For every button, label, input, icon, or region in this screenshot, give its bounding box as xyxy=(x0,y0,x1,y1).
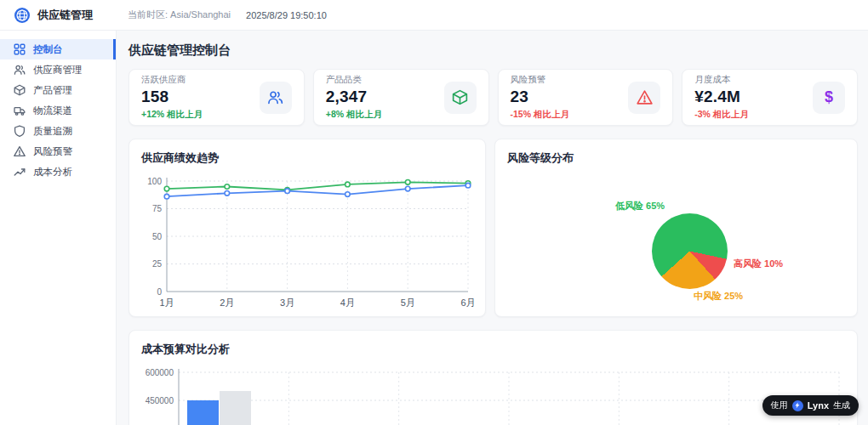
badge-prefix: 使用 xyxy=(771,400,788,411)
sidebar-item-label: 物流渠道 xyxy=(33,105,72,117)
stat-label: 产品品类 xyxy=(326,74,382,86)
sidebar-item-cost[interactable]: 成本分析 xyxy=(0,162,116,182)
svg-text:25: 25 xyxy=(152,259,163,269)
truck-icon xyxy=(14,105,26,116)
app-title: 供应链管理 xyxy=(37,8,93,23)
warning-icon xyxy=(14,145,26,157)
stat-card-product-categories: 产品品类 2,347 +8% 相比上月 xyxy=(313,69,489,126)
sidebar-item-label: 产品管理 xyxy=(33,84,72,97)
sidebar-item-quality[interactable]: 质量追溯 xyxy=(0,121,116,141)
stat-value: 2,347 xyxy=(326,88,382,106)
svg-text:600000: 600000 xyxy=(146,368,174,377)
brand: 供应链管理 xyxy=(14,7,117,24)
supplier-performance-chart-card: 供应商绩效趋势 02550751001月2月3月4月5月6月 xyxy=(128,139,486,317)
pie-graphic xyxy=(652,213,728,289)
stat-value: 23 xyxy=(511,88,569,106)
stat-card-risk-alerts: 风险预警 23 -15% 相比上月 xyxy=(498,69,674,126)
package-icon xyxy=(14,84,26,96)
badge-suffix: 生成 xyxy=(833,400,850,411)
users-icon xyxy=(14,64,26,76)
pie-label-low-risk: 低风险 65% xyxy=(615,200,665,212)
svg-text:0: 0 xyxy=(157,287,162,297)
risk-distribution-chart-card: 风险等级分布 低风险 65% 高风险 10% 中风险 25% xyxy=(494,139,858,317)
pie-label-mid-risk: 中风险 25% xyxy=(694,290,743,303)
dollar-icon: $ xyxy=(813,82,845,114)
shield-icon xyxy=(14,125,26,137)
sidebar-item-products[interactable]: 产品管理 xyxy=(0,80,116,100)
topbar: 供应链管理 当前时区: Asia/Shanghai 2025/8/29 19:5… xyxy=(0,0,868,31)
svg-text:100: 100 xyxy=(147,177,162,186)
chart-title: 成本预算对比分析 xyxy=(141,342,845,357)
stat-value: ¥2.4M xyxy=(694,88,749,106)
stat-label: 风险预警 xyxy=(511,74,569,86)
pie-label-high-risk: 高风险 10% xyxy=(734,258,783,270)
sidebar-item-logistics[interactable]: 物流渠道 xyxy=(0,100,116,121)
dashboard-icon xyxy=(14,43,26,55)
svg-text:3月: 3月 xyxy=(280,298,294,308)
stat-cards-row: 活跃供应商 158 +12% 相比上月 产品品类 2,347 +8% 相比上月 xyxy=(128,69,858,126)
stat-value: 158 xyxy=(141,88,203,106)
sidebar-item-dashboard[interactable]: 控制台 xyxy=(0,39,116,60)
badge-brand: Lynx xyxy=(808,400,829,411)
svg-text:75: 75 xyxy=(152,204,163,213)
chart-title: 供应商绩效趋势 xyxy=(141,150,473,166)
stat-delta: +8% 相比上月 xyxy=(326,109,382,121)
svg-text:6月: 6月 xyxy=(460,298,475,308)
users-icon xyxy=(260,82,292,114)
stat-label: 月度成本 xyxy=(694,74,749,86)
stat-delta: -3% 相比上月 xyxy=(694,109,749,121)
chart-title: 风险等级分布 xyxy=(507,150,845,166)
sidebar-item-risk[interactable]: 风险预警 xyxy=(0,141,116,162)
svg-text:5月: 5月 xyxy=(401,298,415,308)
sidebar-item-label: 控制台 xyxy=(33,43,63,56)
line-chart: 02550751001月2月3月4月5月6月 xyxy=(141,171,473,317)
lynx-logo-icon xyxy=(792,400,803,411)
pie-chart: 低风险 65% 高风险 10% 中风险 25% xyxy=(507,166,845,314)
sidebar-item-label: 成本分析 xyxy=(33,166,72,178)
svg-text:2月: 2月 xyxy=(220,298,234,308)
topbar-meta: 当前时区: Asia/Shanghai 2025/8/29 19:50:10 xyxy=(128,8,327,21)
timezone-label: 当前时区: Asia/Shanghai xyxy=(128,8,231,21)
globe-logo-icon xyxy=(14,7,31,24)
charts-row: 供应商绩效趋势 02550751001月2月3月4月5月6月 风险等级分布 低风… xyxy=(128,139,858,317)
svg-text:50: 50 xyxy=(152,232,163,241)
warning-icon xyxy=(628,82,660,114)
sidebar-item-label: 风险预警 xyxy=(33,145,72,158)
sidebar: 控制台 供应商管理 产品管理 xyxy=(0,31,117,425)
stat-delta: -15% 相比上月 xyxy=(511,109,569,121)
sidebar-item-suppliers[interactable]: 供应商管理 xyxy=(0,60,116,80)
lynx-badge[interactable]: 使用 Lynx 生成 xyxy=(762,395,859,416)
stat-card-active-suppliers: 活跃供应商 158 +12% 相比上月 xyxy=(128,69,305,126)
stat-card-monthly-cost: 月度成本 ¥2.4M -3% 相比上月 $ xyxy=(682,69,858,126)
current-timestamp: 2025/8/29 19:50:10 xyxy=(246,10,327,20)
svg-text:1月: 1月 xyxy=(159,298,174,308)
stat-label: 活跃供应商 xyxy=(141,74,203,86)
svg-text:4月: 4月 xyxy=(340,298,355,308)
svg-text:450000: 450000 xyxy=(146,396,174,405)
main-content: 供应链管理控制台 活跃供应商 158 +12% 相比上月 产品品类 xyxy=(117,31,868,425)
stat-delta: +12% 相比上月 xyxy=(141,109,203,121)
sidebar-item-label: 质量追溯 xyxy=(33,125,72,138)
sidebar-item-label: 供应商管理 xyxy=(33,64,83,76)
page-title: 供应链管理控制台 xyxy=(128,42,858,59)
trend-icon xyxy=(14,166,26,178)
bar-chart: 0150000300000450000600000 xyxy=(141,366,845,425)
package-icon xyxy=(444,82,477,114)
cost-budget-chart-card: 成本预算对比分析 0150000300000450000600000 xyxy=(128,330,858,425)
